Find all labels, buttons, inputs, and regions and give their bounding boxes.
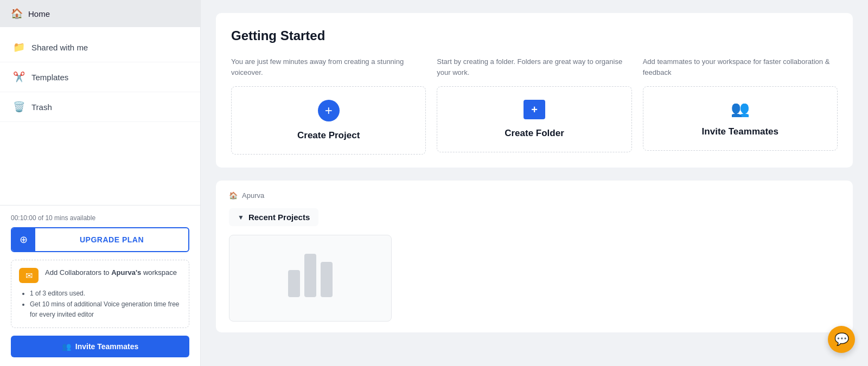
shared-icon: 📁 [13,41,25,53]
create-folder-icon: + [524,100,545,119]
create-folder-desc: Start by creating a folder. Folders are … [437,56,631,78]
getting-started-title: Getting Started [231,28,838,43]
placeholder-bar-3 [321,262,333,297]
invite-teammates-button[interactable]: 👥 Invite Teammates [11,336,189,357]
collab-header: ✉ Add Collaborators to Apurva's workspac… [19,268,181,283]
action-cards-grid: You are just few minutes away from creat… [231,56,838,155]
create-project-label: Create Project [297,130,360,141]
collab-title-middle: to [104,268,111,277]
upgrade-icon-part: ⊕ [12,228,35,251]
create-folder-label: Create Folder [505,128,564,139]
sidebar-item-templates-label: Templates [31,73,68,82]
workspace-home-icon: 🏠 [229,191,238,200]
collab-list: 1 of 3 editors used. Get 10 mins of addi… [30,288,181,320]
create-project-column: You are just few minutes away from creat… [231,56,426,155]
chevron-down-icon: ▼ [238,214,244,221]
invite-teammates-icon: 👥 [731,100,750,118]
invite-icon: 👥 [62,342,71,351]
collab-workspace-name: Apurva's [111,268,141,277]
templates-icon: ✂️ [13,71,25,83]
sidebar-item-shared-label: Shared with me [31,43,88,52]
project-card-placeholder [229,235,392,322]
sidebar-home-label: Home [28,9,50,18]
placeholder-bar-1 [288,270,300,297]
upgrade-icon: ⊕ [20,234,28,246]
create-project-icon: + [318,100,340,121]
collab-point-1: 1 of 3 editors used. [30,288,181,299]
create-folder-card[interactable]: + Create Folder [437,86,631,152]
invite-btn-label: Invite Teammates [75,342,138,351]
create-project-desc: You are just few minutes away from creat… [231,56,426,78]
email-icon: ✉ [19,268,39,283]
placeholder-bars [288,259,333,297]
sidebar-item-trash-label: Trash [31,102,52,112]
chat-bubble-button[interactable]: 💬 [828,326,855,353]
create-folder-column: Start by creating a folder. Folders are … [437,56,631,155]
main-content: Getting Started You are just few minutes… [201,0,868,366]
collab-point-2: Get 10 mins of additional Voice generati… [30,299,181,320]
recent-projects-toggle[interactable]: ▼ Recent Projects [229,208,318,226]
home-icon: 🏠 [11,8,23,20]
sidebar-item-shared[interactable]: 📁 Shared with me [0,33,200,62]
collab-title-prefix: Add Collaborators [45,268,101,277]
workspace-breadcrumb: 🏠 Apurva [229,191,840,200]
recent-projects-label: Recent Projects [248,213,310,222]
invite-column: Add teammates to your workspace for fast… [643,56,838,155]
usage-text: 00:10:00 of 10 mins available [11,214,189,222]
upgrade-plan-button[interactable]: ⊕ UPGRADE PLAN [11,227,189,252]
trash-icon: 🗑️ [13,101,25,113]
sidebar-home-item[interactable]: 🏠 Home [0,0,200,27]
chat-icon: 💬 [834,332,849,346]
placeholder-bar-2 [304,254,316,297]
upgrade-btn-label: UPGRADE PLAN [35,235,188,244]
invite-desc: Add teammates to your workspace for fast… [643,56,838,78]
sidebar-item-trash[interactable]: 🗑️ Trash [0,92,200,122]
collaborators-box: ✉ Add Collaborators to Apurva's workspac… [11,260,189,328]
collab-title: Add Collaborators to Apurva's workspace [45,268,177,278]
sidebar: 🏠 Home 📁 Shared with me ✂️ Templates 🗑️ … [0,0,201,366]
sidebar-bottom: 00:10:00 of 10 mins available ⊕ UPGRADE … [0,205,200,366]
create-project-card[interactable]: + Create Project [231,86,426,155]
workspace-name: Apurva [242,191,264,200]
invite-card-label: Invite Teammates [702,126,778,137]
sidebar-nav: 📁 Shared with me ✂️ Templates 🗑️ Trash [0,27,200,205]
getting-started-card: Getting Started You are just few minutes… [216,13,853,168]
invite-card[interactable]: 👥 Invite Teammates [643,86,838,151]
sidebar-item-templates[interactable]: ✂️ Templates [0,62,200,92]
workspace-section: 🏠 Apurva ▼ Recent Projects [216,181,853,332]
